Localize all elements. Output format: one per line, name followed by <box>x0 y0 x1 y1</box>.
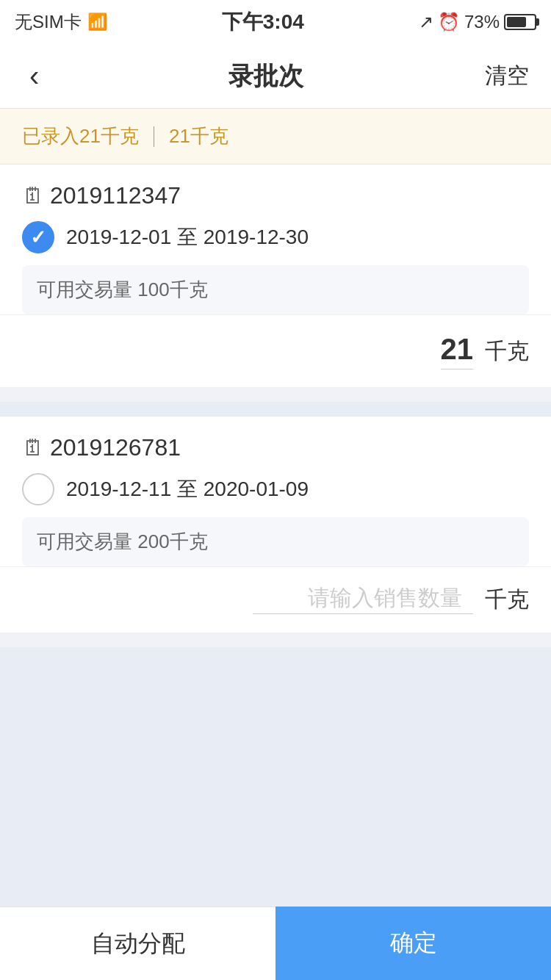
batch-item-1: 🗓 2019112347 2019-12-01 至 2019-12-30 可用交… <box>0 165 551 387</box>
separator <box>0 402 551 417</box>
batch-2-icon: 🗓 <box>22 436 44 461</box>
status-time: 下午3:04 <box>222 8 304 36</box>
batch-2-date: 2019-12-11 至 2020-01-09 <box>66 475 309 503</box>
confirm-button[interactable]: 确定 <box>276 907 551 980</box>
location-icon: ↗ <box>419 12 433 32</box>
recorded-label: 已录入21千克 <box>22 123 139 149</box>
info-banner: 已录入21千克 21千克 <box>0 109 551 165</box>
status-right: ↗ ⏰ 73% <box>419 12 536 32</box>
batch-1-radio[interactable] <box>22 221 54 253</box>
status-left: 无SIM卡 📶 <box>15 10 107 34</box>
batch-1-date: 2019-12-01 至 2019-12-30 <box>66 223 309 251</box>
batch-1-amount-row: 21 千克 <box>0 314 551 387</box>
batch-1-id-row: 🗓 2019112347 <box>22 182 529 209</box>
auto-distribute-button[interactable]: 自动分配 <box>0 907 276 980</box>
battery-fill <box>507 17 526 27</box>
batch-1-id: 2019112347 <box>50 182 181 209</box>
batch-1-available: 可用交易量 100千克 <box>22 265 529 314</box>
batch-2-available: 可用交易量 200千克 <box>22 517 529 566</box>
batch-item-2: 🗓 2019126781 2019-12-11 至 2020-01-09 可用交… <box>0 417 551 633</box>
battery-icon <box>504 14 536 30</box>
quantity-input[interactable] <box>253 586 473 614</box>
batch-2-date-row[interactable]: 2019-12-11 至 2020-01-09 <box>22 473 529 505</box>
batch-item-1-inner: 🗓 2019112347 2019-12-01 至 2019-12-30 可用交… <box>0 165 551 314</box>
batch-2-id-row: 🗓 2019126781 <box>22 434 529 461</box>
recorded-value: 21千克 <box>169 123 228 149</box>
batch-1-unit: 千克 <box>485 336 529 367</box>
batch-2-radio[interactable] <box>22 473 54 505</box>
batch-1-amount: 21 <box>441 333 474 370</box>
sim-text: 无SIM卡 <box>15 10 82 34</box>
batch-2-id: 2019126781 <box>50 434 181 461</box>
batch-2-unit: 千克 <box>485 585 529 615</box>
batch-1-icon: 🗓 <box>22 184 44 209</box>
nav-bar: ‹ 录批次 清空 <box>0 44 551 109</box>
wifi-icon: 📶 <box>87 12 107 32</box>
batch-1-date-row[interactable]: 2019-12-01 至 2019-12-30 <box>22 221 529 253</box>
batch-item-2-inner: 🗓 2019126781 2019-12-11 至 2020-01-09 可用交… <box>0 417 551 566</box>
page-title: 录批次 <box>228 60 303 93</box>
back-button[interactable]: ‹ <box>22 52 46 100</box>
battery-percent: 73% <box>464 12 500 32</box>
clear-button[interactable]: 清空 <box>485 61 529 91</box>
batch-2-input-row: 千克 <box>0 566 551 633</box>
status-bar: 无SIM卡 📶 下午3:04 ↗ ⏰ 73% <box>0 0 551 44</box>
info-divider <box>154 126 154 147</box>
alarm-icon: ⏰ <box>438 12 460 32</box>
bottom-bar: 自动分配 确定 <box>0 907 551 980</box>
